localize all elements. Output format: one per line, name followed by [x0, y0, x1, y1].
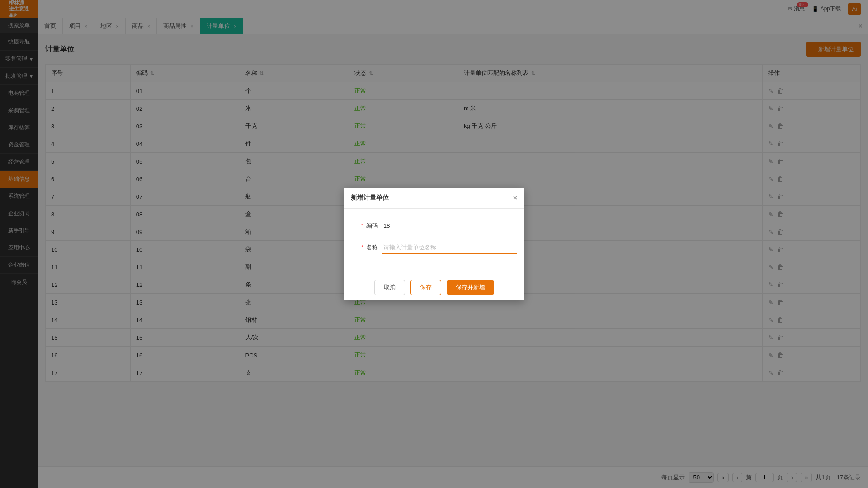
name-label-text: 名称 [366, 244, 378, 251]
save-and-new-button[interactable]: 保存并新增 [447, 280, 494, 295]
name-label: * 名称 [351, 244, 378, 252]
code-required-mark: * [361, 222, 363, 229]
modal-close-button[interactable]: × [513, 194, 517, 202]
modal-overlay: 新增计量单位 × * 编码 * 名称 取消 保存 保存并新增 [0, 0, 868, 488]
modal-header: 新增计量单位 × [344, 188, 524, 209]
modal-title: 新增计量单位 [351, 194, 389, 202]
name-field-row: * 名称 [351, 241, 517, 254]
modal-footer: 取消 保存 保存并新增 [344, 274, 524, 300]
name-input[interactable] [382, 241, 517, 254]
code-input[interactable] [382, 220, 517, 232]
code-field-row: * 编码 [351, 220, 517, 232]
add-unit-modal: 新增计量单位 × * 编码 * 名称 取消 保存 保存并新增 [344, 188, 524, 300]
code-label: * 编码 [351, 222, 378, 230]
name-required-mark: * [361, 244, 363, 251]
save-button[interactable]: 保存 [410, 280, 441, 295]
cancel-button[interactable]: 取消 [374, 280, 405, 295]
modal-body: * 编码 * 名称 [344, 209, 524, 274]
code-label-text: 编码 [366, 222, 378, 229]
